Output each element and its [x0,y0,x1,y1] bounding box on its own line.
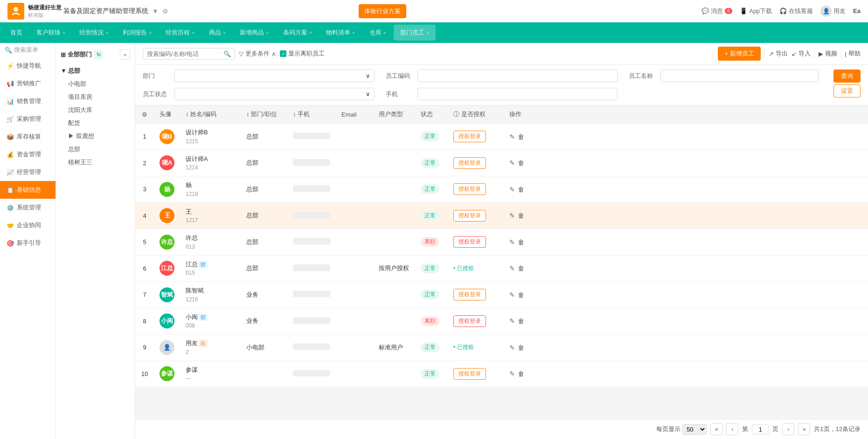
nav-tab-operation[interactable]: 经营情况 × [73,25,115,41]
close-icon-active[interactable]: × [426,30,429,35]
dept-select[interactable]: ∨ [174,70,375,82]
nav-tab-employees[interactable]: 部门员工 × [394,25,436,41]
sidebar-item-inventory[interactable]: 📦库存核算 [0,128,56,146]
edit-button[interactable]: ✎ [509,186,515,193]
close-icon[interactable]: × [309,30,312,35]
sidebar-item-sales[interactable]: 📊销售管理 [0,92,56,110]
reset-button[interactable]: 设置 [833,84,861,98]
edit-button[interactable]: ✎ [509,317,515,325]
more-conditions-button[interactable]: ▽ 更多条件 ∧ [239,49,276,58]
message-button[interactable]: 💬 消息 6 [701,7,732,15]
dept-refresh-icon[interactable]: ↻ [94,50,103,59]
emp-name-input[interactable] [660,70,819,82]
dept-node-shenyang[interactable]: 沈阳大库 [56,104,135,117]
search-input[interactable] [147,50,222,57]
settings-icon[interactable]: ⚙ [162,7,168,15]
nav-tab-profit[interactable]: 利润报告 × [116,25,158,41]
search-menu-button[interactable]: 🔍 搜索菜单 [0,43,56,57]
delete-button[interactable]: 🗑 [518,344,524,351]
try-industry-button[interactable]: 体验行业方案 [359,4,406,18]
close-icon[interactable]: × [266,30,269,35]
dropdown-icon[interactable]: ▼ [152,7,159,15]
delete-button[interactable]: 🗑 [518,159,524,167]
nav-tab-bom[interactable]: 物料清单 × [319,25,361,41]
sidebar-item-marketing[interactable]: 📢营销推广 [0,75,56,92]
dept-node-hq[interactable]: 总部 [56,143,135,156]
close-icon[interactable]: × [192,30,194,35]
sidebar-item-system[interactable]: ⚙️系统管理 [0,199,56,216]
edit-button[interactable]: ✎ [509,133,515,140]
delete-button[interactable]: 🗑 [518,186,524,193]
dept-node-distribution[interactable]: 配货 [56,117,135,130]
close-icon[interactable]: × [62,30,65,35]
sidebar-item-basicinfo[interactable]: 📋基础信息 [0,181,56,199]
emp-status-select[interactable]: ∨ [174,88,375,100]
dept-node-small-elec[interactable]: 小电部 [56,77,135,91]
last-page-button[interactable]: » [798,423,810,435]
add-employee-button[interactable]: + 新增员工 [718,47,760,61]
nav-tab-home[interactable]: 首页 [4,25,29,41]
user-menu-button[interactable]: 👤 用友 [820,6,846,17]
auth-login-button[interactable]: 授权登录 [453,183,486,195]
close-icon[interactable]: × [352,30,355,35]
sidebar-item-purchase[interactable]: 🛒采购管理 [0,110,56,128]
next-page-button[interactable]: › [782,423,794,435]
prev-page-button[interactable]: ‹ [726,423,738,435]
delete-button[interactable]: 🗑 [518,265,524,272]
phone-input[interactable] [417,88,618,100]
export-button[interactable]: ↗ 导出 [769,49,788,58]
dept-node-shuanglu[interactable]: ▶ 双鹿想 [56,130,135,143]
sidebar-item-quicknav[interactable]: ⚡快捷导航 [0,57,56,75]
close-icon[interactable]: × [383,30,386,35]
nav-tab-barcode[interactable]: 条码方案 × [277,25,319,41]
dept-collapse-button[interactable]: « [120,49,130,60]
sidebar-item-collab[interactable]: 🤝企业协同 [0,216,56,234]
nav-tab-warehouse[interactable]: 仓库 × [363,25,393,41]
nav-tab-add-goods[interactable]: 新增商品 × [233,25,275,41]
edit-button[interactable]: ✎ [509,212,515,219]
auth-login-button[interactable]: 授权登录 [453,210,486,222]
search-submit-icon[interactable]: 🔍 [223,50,231,57]
delete-button[interactable]: 🗑 [518,238,524,246]
auth-login-button[interactable]: 授权登录 [453,236,486,248]
edit-button[interactable]: ✎ [509,370,515,377]
import-button[interactable]: ↙ 导入 [792,49,811,58]
edit-button[interactable]: ✎ [509,159,515,167]
view-button[interactable]: ▶ 视频 [819,49,837,58]
auth-login-button[interactable]: 授权登录 [453,289,486,300]
sidebar-item-guide[interactable]: 🎯新手引导 [0,234,56,252]
sidebar-item-bizmanage[interactable]: 📈经营管理 [0,163,56,181]
close-icon[interactable]: × [223,30,226,35]
sidebar-item-finance[interactable]: 💰资金管理 [0,146,56,163]
dept-node-plant[interactable]: 植树王三 [56,156,135,169]
auth-login-button[interactable]: 授权登录 [453,157,486,169]
page-number-input[interactable] [752,425,769,434]
delete-button[interactable]: 🗑 [518,370,524,377]
delete-button[interactable]: 🗑 [518,317,524,325]
auth-login-button[interactable]: 授权登录 [453,368,486,380]
edit-button[interactable]: ✎ [509,291,515,299]
edit-button[interactable]: ✎ [509,265,515,272]
dept-node-project-store[interactable]: 项目库房 [56,91,135,104]
nav-tab-history[interactable]: 经营历程 × [159,25,201,41]
show-resigned-checkbox[interactable]: ✓ 显示离职员工 [280,49,325,58]
query-button[interactable]: 查询 [833,70,861,83]
delete-button[interactable]: 🗑 [518,212,524,219]
page-size-dropdown[interactable]: 50 100 [682,424,707,435]
help-button[interactable]: | 帮助 [845,49,861,58]
nav-tab-customer[interactable]: 客户联络 × [30,25,72,41]
app-download-button[interactable]: 📱 App下载 [740,7,772,15]
edit-button[interactable]: ✎ [509,344,515,351]
emp-code-input[interactable] [417,70,618,82]
close-icon[interactable]: × [105,30,108,35]
auth-login-button[interactable]: 授权登录 [453,131,486,142]
close-icon[interactable]: × [149,30,152,35]
dept-node-headquarters-parent[interactable]: ▼ 总部 [56,64,135,77]
edit-button[interactable]: ✎ [509,238,515,246]
search-input-wrap[interactable]: 🔍 [143,48,235,60]
delete-button[interactable]: 🗑 [518,133,524,140]
delete-button[interactable]: 🗑 [518,291,524,299]
nav-tab-goods[interactable]: 商品 × [202,25,232,41]
auth-login-button[interactable]: 授权登录 [453,315,486,327]
first-page-button[interactable]: « [710,423,722,435]
